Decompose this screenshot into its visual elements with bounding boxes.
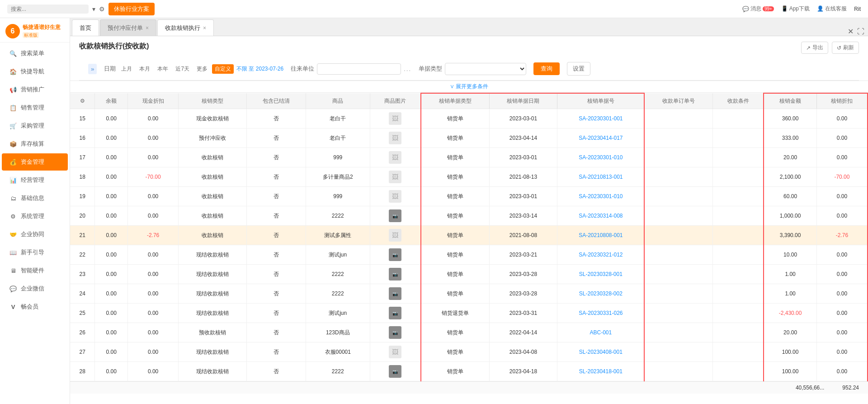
cell-goods: 测试jun bbox=[306, 304, 370, 323]
th-settings[interactable]: ⚙ bbox=[70, 93, 95, 109]
cell-type: 现结收款核销 bbox=[178, 265, 246, 284]
voucher-no-link[interactable]: SA-20210808-001 bbox=[579, 232, 623, 238]
sidebar-item-purchase[interactable]: 🛒 采购管理 bbox=[2, 117, 68, 134]
cell-voucher-no[interactable]: SL-20230328-001 bbox=[557, 265, 645, 284]
table-row: 16 0.00 0.00 预付冲应收 否 老白干 🖼 销货单 2023-04-1… bbox=[70, 128, 868, 148]
cell-voucher-no[interactable]: SL-20230418-001 bbox=[557, 362, 645, 381]
tab-close-all-icon[interactable]: ✕ bbox=[848, 27, 854, 36]
tab-home[interactable]: 首页 bbox=[72, 19, 99, 36]
tab-prepay[interactable]: 预付冲应付单 × bbox=[100, 19, 156, 36]
sidebar-item-capital[interactable]: 💰 资金管理 bbox=[2, 153, 68, 171]
voucher-no-link[interactable]: SA-20230314-008 bbox=[579, 213, 623, 219]
sidebar-item-sales[interactable]: 📋 销售管理 bbox=[2, 99, 68, 116]
voucher-type-select[interactable] bbox=[445, 63, 526, 75]
cell-voucher-date: 2023-04-18 bbox=[489, 362, 557, 381]
logo-icon: 6 bbox=[5, 24, 20, 38]
cell-discount: 0.00 bbox=[816, 342, 868, 362]
cell-voucher-date: 2022-04-14 bbox=[489, 323, 557, 342]
sidebar-item-inventory[interactable]: 📦 库存核算 bbox=[2, 135, 68, 152]
sidebar-item-wechat[interactable]: 💬 企业微信 bbox=[2, 280, 68, 297]
date-opt-more[interactable]: 更多 bbox=[194, 64, 210, 74]
sidebar-item-search[interactable]: 🔍 搜索菜单 bbox=[2, 45, 68, 62]
expand-more-icon: ∨ bbox=[450, 83, 454, 90]
date-opt-this-year[interactable]: 本年 bbox=[155, 64, 171, 74]
cell-voucher-no[interactable]: SA-20230321-012 bbox=[557, 245, 645, 265]
voucher-no-link[interactable]: SL-20230408-001 bbox=[579, 349, 623, 355]
sidebar-item-shortcut[interactable]: 🏠 快捷导航 bbox=[2, 63, 68, 80]
search-input[interactable] bbox=[7, 5, 89, 14]
date-opt-this-month[interactable]: 本月 bbox=[137, 64, 153, 74]
from-unit-input[interactable] bbox=[317, 63, 401, 75]
tab-expand-icon[interactable]: ⛶ bbox=[857, 28, 864, 36]
tab-prepay-close[interactable]: × bbox=[146, 25, 149, 31]
cell-amount: 360.00 bbox=[764, 109, 816, 128]
sidebar-item-enterprise[interactable]: 🤝 企业协同 bbox=[2, 226, 68, 243]
export-button[interactable]: ↗ 导出 bbox=[801, 42, 828, 54]
cell-receipt-order bbox=[644, 148, 712, 167]
date-opt-custom[interactable]: 自定义 bbox=[212, 64, 234, 74]
cell-voucher-no[interactable]: SA-20230301-001 bbox=[557, 109, 645, 128]
cell-discount: -70.00 bbox=[816, 167, 868, 187]
voucher-no-link[interactable]: SL-20230418-001 bbox=[579, 368, 623, 375]
cell-voucher-no[interactable]: ABC-001 bbox=[557, 323, 645, 342]
main-area: 首页 预付冲应付单 × 收款核销执行 × ✕ ⛶ 收款核销执行(按收款) bbox=[70, 18, 868, 404]
cell-no: 21 bbox=[70, 226, 95, 245]
cell-voucher-no[interactable]: SL-20230328-002 bbox=[557, 284, 645, 304]
cell-included: 否 bbox=[246, 167, 306, 187]
date-opt-7days[interactable]: 近7天 bbox=[173, 64, 192, 74]
cell-voucher-no[interactable]: SA-20210808-001 bbox=[557, 226, 645, 245]
cell-voucher-no[interactable]: SA-20230314-008 bbox=[557, 206, 645, 226]
sidebar-item-hardware[interactable]: 🖥 智能硬件 bbox=[2, 262, 68, 279]
sidebar-item-guide[interactable]: 📖 新手引导 bbox=[2, 244, 68, 261]
tab-home-label: 首页 bbox=[80, 24, 91, 32]
cell-goods: 999 bbox=[306, 187, 370, 206]
goods-img-blank: 🖼 bbox=[389, 229, 401, 242]
voucher-no-link[interactable]: SA-20230321-012 bbox=[579, 252, 623, 258]
cell-receipt-cond bbox=[713, 128, 764, 148]
industry-btn[interactable]: 休验行业方案 bbox=[108, 3, 155, 15]
sidebar-item-basic[interactable]: 🗂 基础信息 bbox=[2, 190, 68, 207]
query-button[interactable]: 查询 bbox=[533, 62, 560, 75]
cell-balance: 0.00 bbox=[95, 128, 128, 148]
cell-voucher-no[interactable]: SA-20230331-026 bbox=[557, 304, 645, 323]
expand-more-bar[interactable]: ∨ 展开更多条件 bbox=[70, 81, 868, 93]
online-service[interactable]: 👤 在线客服 bbox=[817, 5, 847, 13]
sidebar-item-vip[interactable]: V 畅会员 bbox=[2, 298, 68, 315]
voucher-no-link[interactable]: SA-20230414-017 bbox=[579, 135, 623, 141]
voucher-no-link[interactable]: SA-20230331-026 bbox=[579, 310, 623, 316]
goods-img-photo: 📷 bbox=[389, 287, 401, 300]
tab-receipt[interactable]: 收款核销执行 × bbox=[157, 19, 214, 36]
tab-receipt-close[interactable]: × bbox=[203, 25, 206, 31]
cell-balance: 0.00 bbox=[95, 187, 128, 206]
gear-icon[interactable]: ⚙ bbox=[99, 5, 105, 13]
dropdown-arrow-icon[interactable]: ▾ bbox=[92, 5, 95, 13]
cell-voucher-no[interactable]: SA-20230414-017 bbox=[557, 128, 645, 148]
sidebar-label-shortcut: 快捷导航 bbox=[21, 67, 44, 76]
refresh-button[interactable]: ↺ 刷新 bbox=[832, 42, 859, 54]
cell-no: 17 bbox=[70, 148, 95, 167]
voucher-no-link[interactable]: SL-20230328-002 bbox=[579, 290, 623, 297]
voucher-no-link[interactable]: SL-20230328-001 bbox=[579, 271, 623, 277]
cell-voucher-no[interactable]: SA-20210813-001 bbox=[557, 167, 645, 187]
messages-area[interactable]: 💬 消息 99+ bbox=[742, 5, 774, 13]
sidebar-item-marketing[interactable]: 📢 营销推广 bbox=[2, 81, 68, 98]
date-opt-last-month[interactable]: 上月 bbox=[118, 64, 135, 74]
cell-receipt-order bbox=[644, 284, 712, 304]
cell-voucher-no[interactable]: SL-20230408-001 bbox=[557, 342, 645, 362]
table-footer: 40,556,66... 952.24 bbox=[70, 381, 868, 394]
voucher-no-link[interactable]: SA-20230301-010 bbox=[579, 154, 623, 161]
app-download[interactable]: 📱 App下载 bbox=[781, 5, 810, 13]
voucher-no-link[interactable]: SA-20230301-010 bbox=[579, 193, 623, 200]
cell-balance: 0.00 bbox=[95, 323, 128, 342]
voucher-no-link[interactable]: SA-20230301-001 bbox=[579, 115, 623, 122]
voucher-no-link[interactable]: ABC-001 bbox=[590, 329, 612, 336]
sidebar-item-operations[interactable]: 📊 经营管理 bbox=[2, 171, 68, 189]
cell-voucher-no[interactable]: SA-20230301-010 bbox=[557, 148, 645, 167]
cell-balance: 0.00 bbox=[95, 304, 128, 323]
voucher-no-link[interactable]: SA-20210813-001 bbox=[579, 174, 623, 180]
sidebar-item-system[interactable]: ⚙ 系统管理 bbox=[2, 208, 68, 225]
cell-voucher-no[interactable]: SA-20230301-010 bbox=[557, 187, 645, 206]
settings-button[interactable]: 设置 bbox=[567, 62, 590, 76]
filter-expand-btn[interactable]: » bbox=[88, 64, 97, 74]
cell-balance: 0.00 bbox=[95, 206, 128, 226]
